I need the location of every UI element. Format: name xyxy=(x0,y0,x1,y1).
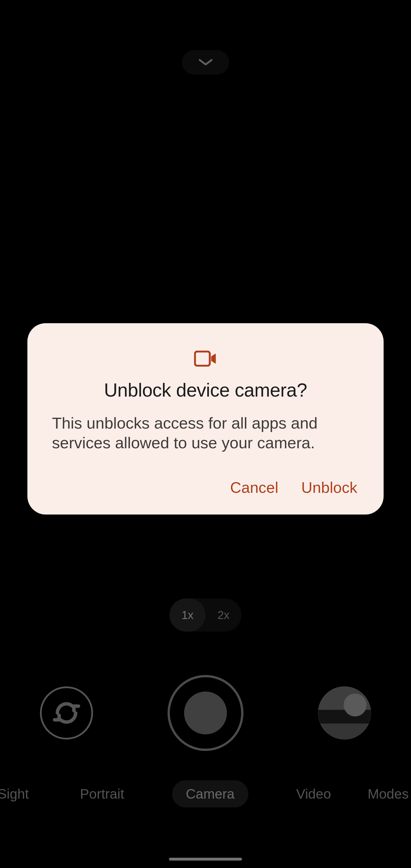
camera-flip-button[interactable] xyxy=(40,686,93,740)
camera-flip-icon xyxy=(53,699,80,727)
mode-portrait[interactable]: Portrait xyxy=(66,780,138,807)
shutter-button[interactable] xyxy=(167,675,244,751)
capture-controls xyxy=(0,674,411,751)
mode-strip[interactable]: ht Sight Portrait Camera Video Modes xyxy=(0,777,411,811)
camera-app-screen: 1x 2x ht Sight Portrait Camera Video xyxy=(0,0,411,868)
unblock-button[interactable]: Unblock xyxy=(302,478,358,496)
zoom-2x-button[interactable]: 2x xyxy=(205,598,242,631)
mode-video[interactable]: Video xyxy=(283,780,345,807)
videocam-icon xyxy=(52,351,359,367)
dialog-body: This unblocks access for all apps and se… xyxy=(52,413,359,453)
zoom-1x-button[interactable]: 1x xyxy=(169,598,205,631)
mode-camera[interactable]: Camera xyxy=(172,780,248,807)
mode-modes-partial[interactable]: Modes xyxy=(354,780,411,807)
dialog-actions: Cancel Unblock xyxy=(52,478,359,496)
shutter-inner xyxy=(184,691,227,734)
dialog-title: Unblock device camera? xyxy=(52,379,359,401)
quick-settings-handle[interactable] xyxy=(182,50,229,74)
cancel-button[interactable]: Cancel xyxy=(230,478,278,496)
chevron-down-icon xyxy=(197,53,214,71)
unblock-camera-dialog: Unblock device camera? This unblocks acc… xyxy=(27,323,384,515)
gallery-thumbnail-button[interactable] xyxy=(318,686,371,740)
zoom-selector: 1x 2x xyxy=(169,598,242,631)
mode-night-sight-partial[interactable]: ht Sight xyxy=(0,780,42,807)
gesture-nav-bar[interactable] xyxy=(169,858,242,861)
svg-rect-0 xyxy=(195,351,210,366)
